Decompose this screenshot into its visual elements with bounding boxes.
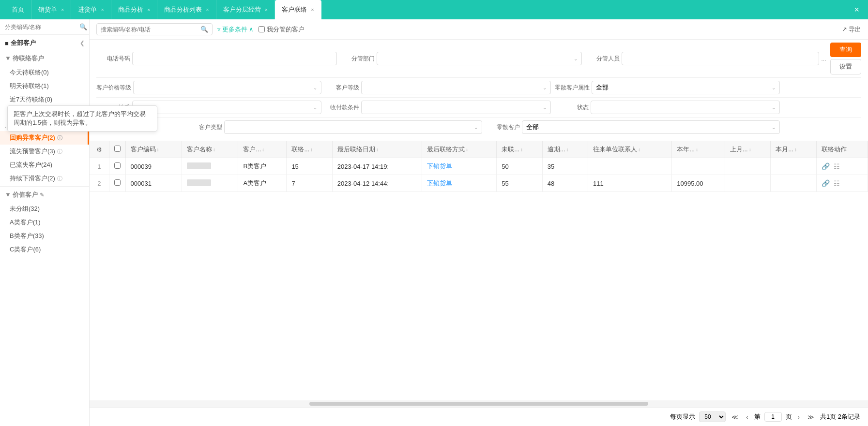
close-icon[interactable]: ×: [206, 7, 209, 13]
sidebar-tomorrow-contact[interactable]: 明天待联络(1): [0, 79, 89, 93]
link-action-icon[interactable]: 🔗: [822, 162, 830, 170]
edit-icon[interactable]: ✎: [40, 192, 44, 198]
customer-type-select[interactable]: ⌄: [224, 120, 482, 134]
page-number-input[interactable]: [764, 412, 782, 422]
gender-select[interactable]: ⌄: [132, 101, 321, 114]
my-customers-checkbox[interactable]: 我分管的客户: [259, 25, 305, 34]
search-icon[interactable]: 🔍: [79, 23, 87, 30]
row-checkbox[interactable]: [114, 162, 121, 169]
checkbox-col-header[interactable]: [109, 141, 125, 158]
value-customers-group[interactable]: ▼ 价值客户 ✎: [0, 188, 89, 202]
sort-icon[interactable]: ↕: [213, 147, 215, 152]
select-all-checkbox[interactable]: [114, 146, 121, 152]
sidebar-repeat-purchase[interactable]: 回购异常客户(2) ⓘ: [0, 131, 89, 145]
customer-code: 000039: [125, 158, 182, 175]
retail-customer-select[interactable]: 全部 ⌄: [522, 120, 780, 134]
first-page-button[interactable]: ≪: [730, 412, 740, 422]
sort-icon[interactable]: ↕: [310, 147, 313, 152]
dept-select[interactable]: ⌄: [377, 52, 581, 65]
settings-col-header[interactable]: ⚙: [90, 141, 109, 158]
close-icon[interactable]: ×: [311, 7, 314, 13]
close-icon[interactable]: ×: [61, 7, 64, 13]
window-close-button[interactable]: ×: [850, 5, 863, 15]
waiting-contact-group[interactable]: ▼ 待联络客户: [0, 51, 89, 66]
chevron-down-icon: ⌄: [543, 105, 547, 110]
sidebar-lost[interactable]: 已流失客户(24): [0, 158, 89, 172]
sort-icon[interactable]: ↕: [466, 147, 468, 152]
customer-code: 000031: [125, 175, 182, 192]
more-options-icon[interactable]: ...: [821, 55, 826, 62]
more-conditions-btn[interactable]: ▿ 更多条件 ∧: [217, 25, 254, 34]
link-action-icon[interactable]: 🔗: [822, 179, 830, 187]
last-page-button[interactable]: ≫: [806, 412, 816, 422]
sort-icon[interactable]: ↕: [520, 147, 523, 152]
page-size-select[interactable]: 50 20 100: [699, 411, 726, 422]
filter-payment: 收付款条件 ⌄: [325, 101, 550, 114]
retail-attr-select[interactable]: 全部 ⌄: [592, 81, 780, 94]
sidebar-b-class[interactable]: B类客户(33): [0, 229, 89, 243]
nav-tab-sales[interactable]: 销货单 ×: [31, 0, 71, 19]
close-icon[interactable]: ×: [265, 7, 268, 13]
filter-retail-customer: 零散客户 全部 ⌄: [486, 120, 780, 134]
sidebar-lost-preview[interactable]: 流失预警客户(3) ⓘ: [0, 145, 89, 158]
nav-tab-customer-tier[interactable]: 客户分层经营 ×: [216, 0, 275, 19]
contact-person-col-header: 往来单位联系人 ↕: [588, 141, 672, 158]
scrollbar-thumb[interactable]: [309, 402, 648, 406]
setting-button[interactable]: 设置: [830, 59, 861, 74]
nav-tab-product-analysis[interactable]: 商品分析 ×: [111, 0, 157, 19]
row-index: 2: [90, 175, 109, 192]
filter-customer-grade: 客户等级 ⌄: [325, 81, 550, 94]
sidebar-a-class[interactable]: A类客户(1): [0, 216, 89, 229]
query-button[interactable]: 查询: [830, 43, 861, 57]
nav-tab-customer-contact[interactable]: 客户联络 ×: [275, 0, 321, 19]
price-grade-select[interactable]: ⌄: [133, 81, 321, 94]
filter-phone: 电话号码: [96, 52, 337, 65]
status-select[interactable]: ⌄: [591, 101, 780, 114]
my-customers-check[interactable]: [259, 26, 265, 32]
last-contact-date-col-header: 最后联络日期 ↕: [332, 141, 422, 158]
grid-action-icon[interactable]: ☷: [834, 162, 840, 170]
sidebar-search-input[interactable]: [5, 24, 77, 30]
next-page-button[interactable]: ›: [796, 412, 802, 422]
collapse-icon[interactable]: ❮: [80, 40, 84, 46]
phone-input[interactable]: [132, 52, 337, 65]
sort-icon[interactable]: ↕: [638, 147, 640, 152]
horizontal-scrollbar[interactable]: [90, 400, 868, 407]
nav-tab-product-list[interactable]: 商品分析列表 ×: [157, 0, 216, 19]
action-col-header: 联络动作: [816, 141, 868, 158]
contact-count: 15: [287, 158, 332, 175]
sort-icon[interactable]: ↕: [157, 147, 159, 152]
close-icon[interactable]: ×: [101, 7, 104, 13]
search-input[interactable]: [101, 26, 198, 33]
customer-type: B类客户: [238, 158, 287, 175]
person-input[interactable]: [622, 52, 819, 65]
action-cell: 🔗 ☷: [816, 175, 868, 192]
all-customers-section[interactable]: ■ 全部客户 ❮: [0, 35, 89, 51]
sort-icon[interactable]: ↕: [696, 147, 698, 152]
sort-icon[interactable]: ↕: [262, 147, 264, 152]
sidebar-today-contact[interactable]: 今天待联络(0): [0, 66, 89, 79]
chevron-down-icon: ⌄: [543, 85, 547, 90]
search-icon[interactable]: 🔍: [200, 26, 208, 33]
sidebar-unsorted[interactable]: 未分组(32): [0, 202, 89, 216]
sort-icon[interactable]: ↕: [376, 147, 379, 152]
export-button[interactable]: ↗ 导出: [842, 25, 861, 34]
grid-action-icon[interactable]: ☷: [834, 179, 840, 187]
sidebar-declining[interactable]: 持续下滑客户(2) ⓘ: [0, 172, 89, 185]
nav-tab-home[interactable]: 首页: [5, 0, 31, 19]
info-icon[interactable]: ⓘ: [57, 175, 62, 182]
sort-icon[interactable]: ↕: [749, 147, 751, 152]
sort-icon[interactable]: ↕: [566, 147, 569, 152]
sidebar-c-class[interactable]: C类客户(6): [0, 243, 89, 256]
info-icon[interactable]: ⓘ: [57, 148, 62, 155]
payment-select[interactable]: ⌄: [361, 101, 550, 114]
row-checkbox[interactable]: [114, 179, 121, 186]
nav-tab-purchase[interactable]: 进货单 ×: [71, 0, 111, 19]
action-cell: 🔗 ☷: [816, 158, 868, 175]
sidebar-week-contact[interactable]: 近7天待联络(0): [0, 93, 89, 106]
prev-page-button[interactable]: ‹: [744, 412, 750, 422]
sort-icon[interactable]: ↕: [794, 147, 797, 152]
close-icon[interactable]: ×: [147, 7, 150, 13]
customer-grade-select[interactable]: ⌄: [361, 81, 550, 94]
info-icon[interactable]: ⓘ: [57, 134, 62, 142]
